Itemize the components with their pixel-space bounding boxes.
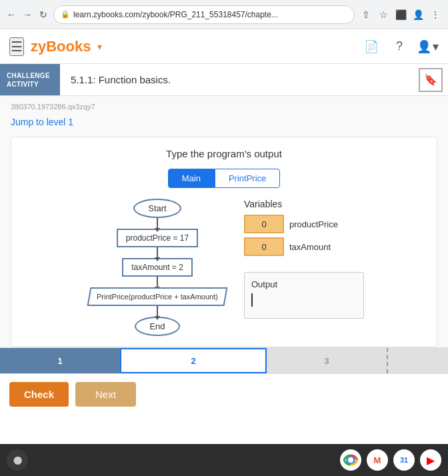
progress-segment-4[interactable] — [387, 348, 448, 373]
gmail-taskbar-icon[interactable]: M — [367, 449, 388, 471]
account-arrow: ▾ — [433, 39, 439, 54]
progress-segment-1[interactable]: 1 — [0, 348, 120, 373]
fc-arrow-3 — [157, 277, 158, 287]
diagram-row: Start productPrice = 17 taxAmount = 2 Pr… — [22, 199, 426, 336]
menu-button[interactable]: ⋮ — [428, 7, 443, 22]
refresh-button[interactable]: ↻ — [37, 9, 49, 21]
check-button[interactable]: Check — [9, 382, 69, 407]
address-bar[interactable]: 🔒 learn.zybooks.com/zybook/PRG_211_55318… — [53, 5, 355, 24]
tab-buttons: Main PrintPrice — [22, 169, 426, 188]
action-row: Check Next — [0, 373, 448, 415]
logo-dropdown-icon[interactable]: ▾ — [97, 41, 102, 52]
progress-bar: 1 2 3 — [0, 348, 448, 373]
extensions-button[interactable]: ⬛ — [393, 7, 408, 22]
help-button[interactable]: ? — [389, 36, 410, 57]
fc-arrow-2 — [157, 247, 158, 258]
var-row-2: 0 taxAmount — [244, 237, 364, 256]
calendar-taskbar-icon[interactable]: 31 — [393, 449, 415, 471]
progress-segment-3[interactable]: 3 — [267, 348, 387, 373]
account-icon: 👤 — [417, 39, 431, 54]
var1-box: 0 — [244, 215, 284, 233]
output-content — [251, 293, 357, 307]
bookmark-star-button[interactable]: ☆ — [376, 7, 391, 22]
browser-bar: ← → ↻ 🔒 learn.zybooks.com/zybook/PRG_211… — [0, 0, 448, 29]
var2-box: 0 — [244, 237, 284, 256]
content-icon-button[interactable]: 📄 — [361, 36, 382, 57]
jump-to-level-link[interactable]: Jump to level 1 — [11, 117, 73, 127]
svg-point-1 — [348, 457, 353, 463]
challenge-bar: CHALLENGE ACTIVITY 5.1.1: Function basic… — [0, 64, 448, 96]
content-area: 380370.1973286.qx3zqy7 Jump to level 1 T… — [0, 96, 448, 347]
fc-arrow-4 — [157, 306, 158, 317]
forward-button[interactable]: → — [21, 9, 33, 21]
fc-arrow-1 — [157, 218, 158, 229]
app-header: ☰ zyBooks ▾ 📄 ? 👤 ▾ — [0, 29, 448, 64]
bookmark-button[interactable]: 🔖 — [419, 68, 443, 92]
var2-name: taxAmount — [289, 242, 331, 252]
flowchart: Start productPrice = 17 taxAmount = 2 Pr… — [84, 199, 231, 336]
challenge-label: CHALLENGE ACTIVITY — [0, 64, 60, 95]
system-tray-icon[interactable]: ⬤ — [7, 449, 28, 471]
challenge-title: 5.1.1: Function basics. — [60, 74, 419, 85]
user-id: 380370.1973286.qx3zqy7 — [11, 103, 437, 111]
taskbar: ⬤ M 31 ▶ — [0, 444, 448, 476]
activity-area: Type the program's output Main PrintPric… — [11, 137, 437, 347]
var1-name: productPrice — [289, 219, 338, 229]
next-button[interactable]: Next — [75, 382, 136, 407]
chrome-taskbar-icon[interactable] — [340, 449, 361, 471]
youtube-taskbar-icon[interactable]: ▶ — [420, 449, 441, 471]
tab-print-price[interactable]: PrintPrice — [215, 169, 280, 188]
account-button[interactable]: 👤 ▾ — [417, 39, 439, 54]
var-row-1: 0 productPrice — [244, 215, 364, 233]
output-panel: Output — [244, 272, 364, 319]
url-text: learn.zybooks.com/zybook/PRG_211_5531845… — [73, 10, 278, 19]
fc-start: Start — [133, 199, 181, 218]
progress-section: 1 2 3 — [0, 347, 448, 373]
profile-button[interactable]: 👤 — [411, 7, 425, 22]
output-title: Output — [251, 279, 357, 289]
back-button[interactable]: ← — [5, 9, 17, 21]
share-button[interactable]: ⇧ — [359, 7, 373, 22]
right-column: Variables 0 productPrice 0 taxAmount Out… — [244, 199, 364, 319]
hamburger-menu[interactable]: ☰ — [9, 37, 24, 56]
fc-step3: PrintPrice(productPrice + taxAmount) — [87, 287, 228, 306]
progress-segment-2[interactable]: 2 — [120, 348, 267, 373]
activity-title: Type the program's output — [22, 148, 426, 159]
variables-title: Variables — [244, 199, 364, 209]
lock-icon: 🔒 — [61, 10, 70, 19]
logo: zyBooks — [31, 38, 91, 55]
browser-actions: ⇧ ☆ ⬛ 👤 ⋮ — [359, 7, 443, 22]
variables-panel: Variables 0 productPrice 0 taxAmount — [244, 199, 364, 260]
output-cursor — [251, 293, 253, 307]
tab-main[interactable]: Main — [168, 169, 215, 188]
